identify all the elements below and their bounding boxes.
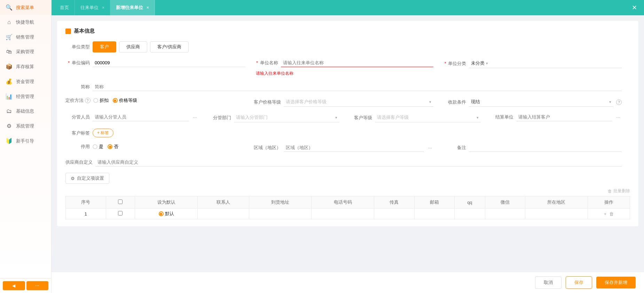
sidebar-item-sales[interactable]: 🛒 销售管理 bbox=[0, 30, 51, 44]
tab-home[interactable]: 首页 bbox=[54, 0, 75, 15]
unit-name-input[interactable] bbox=[281, 59, 434, 67]
remark-field: 备注 bbox=[442, 144, 630, 152]
custom-setting-button[interactable]: ⚙ 自定义项设置 bbox=[65, 173, 109, 184]
row-region bbox=[525, 209, 588, 219]
sidebar-item-basic[interactable]: 🗂 基础信息 bbox=[0, 104, 51, 119]
tab-new-partner[interactable]: 新增往来单位 × bbox=[110, 0, 155, 15]
sidebar-item-finance[interactable]: 💰 资金管理 bbox=[0, 74, 51, 89]
tab-new-partner-close[interactable]: × bbox=[147, 5, 149, 10]
save-new-button[interactable]: 保存并新增 bbox=[596, 277, 636, 288]
department-select[interactable]: 请输入分管部门 ▾ bbox=[234, 113, 340, 122]
sidebar-item-label: 经营管理 bbox=[16, 93, 34, 100]
window-close-button[interactable]: ✕ bbox=[628, 4, 641, 11]
manager-label: 分管人员 bbox=[65, 114, 90, 120]
payment-terms-select[interactable]: 现结 ▾ bbox=[469, 97, 613, 107]
unit-type-group: 客户 供应商 客户/供应商 bbox=[93, 41, 189, 52]
expand-button[interactable]: ◀ bbox=[3, 281, 25, 290]
customer-level-select[interactable]: 请选择客户等级 ▾ bbox=[375, 113, 481, 122]
short-name-input[interactable] bbox=[93, 83, 622, 91]
batch-delete-area[interactable]: 🗑 批量删除 bbox=[65, 188, 630, 194]
yes-label: 是 bbox=[99, 144, 103, 150]
remark-input[interactable] bbox=[469, 144, 622, 152]
unit-category-select[interactable]: 未分类 ▾ bbox=[469, 59, 622, 68]
sidebar-item-search[interactable]: 🔍 搜索菜单 bbox=[0, 0, 51, 15]
sidebar-item-quicknav[interactable]: ⌂ 快捷导航 bbox=[0, 15, 51, 30]
delete-row-button[interactable]: 🗑 bbox=[609, 211, 614, 217]
supplier-custom-field: 供应商自定义 bbox=[65, 158, 630, 166]
unit-btn-customer[interactable]: 客户 bbox=[93, 41, 116, 52]
row-contact bbox=[197, 209, 249, 219]
settlement-unit-field: 结算单位 ··· bbox=[489, 113, 630, 121]
settlement-more-button[interactable]: ··· bbox=[615, 114, 622, 120]
sidebar-item-inventory[interactable]: 📦 库存核算 bbox=[0, 59, 51, 74]
chevron-down-icon5: ▾ bbox=[477, 115, 479, 120]
radio-discount-label: 折扣 bbox=[100, 97, 109, 104]
customer-level-label: 客户等级 bbox=[348, 115, 372, 121]
bag-icon: 🛍 bbox=[6, 49, 13, 55]
unit-type-field: 单位类型 客户 供应商 客户/供应商 bbox=[65, 41, 630, 52]
help-icon[interactable]: ? bbox=[85, 98, 91, 103]
row-checkbox-cell[interactable] bbox=[106, 209, 135, 219]
sidebar-item-operations[interactable]: 📊 经营管理 bbox=[0, 89, 51, 104]
required-star3: * bbox=[445, 61, 446, 66]
col-wechat: 微信 bbox=[485, 196, 525, 209]
col-default: 设为默认 bbox=[135, 196, 198, 209]
short-name-label: 简称 bbox=[65, 84, 90, 90]
customer-price-level-select[interactable]: 请选择客户价格等级 ▾ bbox=[284, 97, 434, 107]
radio-level-label: 价格等级 bbox=[119, 97, 137, 104]
col-action: 操作 bbox=[588, 196, 630, 209]
chevron-down-icon4: ▾ bbox=[335, 115, 337, 120]
customer-tag-row: 客户标签 + 标签 bbox=[65, 129, 630, 137]
supplier-custom-label: 供应商自定义 bbox=[65, 159, 93, 165]
sidebar-item-newbie[interactable]: 🔰 新手引导 bbox=[0, 133, 51, 148]
menu-extra-button[interactable]: ⋯ bbox=[26, 281, 49, 290]
unit-btn-supplier[interactable]: 供应商 bbox=[119, 41, 147, 52]
disable-region-row: 停用 是 否 区域（地区） bbox=[65, 144, 630, 152]
supplier-custom-input[interactable] bbox=[95, 158, 622, 166]
tab-partners-close[interactable]: × bbox=[102, 5, 104, 10]
region-more-button[interactable]: ··· bbox=[427, 145, 434, 150]
save-button[interactable]: 保存 bbox=[566, 276, 592, 289]
unit-btn-both[interactable]: 客户/供应商 bbox=[150, 41, 189, 52]
contacts-table: 序号 设为默认 联系人 到货地址 电话号码 传真 邮箱 qq 微信 所在地区 操… bbox=[65, 196, 630, 219]
radio-level[interactable]: 价格等级 bbox=[113, 97, 137, 104]
row-default: 默认 bbox=[135, 209, 198, 219]
add-row-button[interactable]: + bbox=[604, 211, 607, 217]
pricing-row: 定价方法 ? 折扣 价格等级 bbox=[65, 97, 630, 107]
basic-info-card: 基本信息 单位类型 客户 供应商 客户/供应商 * bbox=[57, 21, 638, 226]
region-input[interactable] bbox=[284, 144, 424, 152]
unit-code-input[interactable] bbox=[93, 59, 245, 67]
radio-discount[interactable]: 折扣 bbox=[93, 97, 109, 104]
manager-input[interactable] bbox=[93, 113, 189, 121]
table-header-row: 序号 设为默认 联系人 到货地址 电话号码 传真 邮箱 qq 微信 所在地区 操… bbox=[66, 196, 630, 209]
shortname-row: 简称 bbox=[65, 83, 630, 91]
cancel-button[interactable]: 取消 bbox=[535, 276, 561, 289]
sidebar-item-system[interactable]: ⚙ 系统管理 bbox=[0, 119, 51, 133]
default-radio[interactable]: 默认 bbox=[139, 211, 194, 217]
sidebar-item-label: 新手引导 bbox=[16, 138, 34, 144]
sidebar-item-purchase[interactable]: 🛍 采购管理 bbox=[0, 44, 51, 59]
radio-no[interactable]: 否 bbox=[108, 144, 118, 150]
add-tag-button[interactable]: + 标签 bbox=[93, 129, 113, 137]
settlement-unit-input[interactable] bbox=[516, 113, 612, 121]
required-star2: * bbox=[256, 60, 258, 65]
trash-icon: 🗑 bbox=[608, 189, 612, 194]
col-fax: 传真 bbox=[374, 196, 414, 209]
col-phone: 电话号码 bbox=[312, 196, 374, 209]
manager-more-button[interactable]: ··· bbox=[191, 114, 198, 120]
pricing-method-field: 定价方法 ? 折扣 价格等级 bbox=[65, 97, 254, 104]
select-all-checkbox[interactable] bbox=[118, 200, 123, 204]
col-contact: 联系人 bbox=[197, 196, 249, 209]
gear-small-icon: ⚙ bbox=[71, 176, 75, 181]
row-checkbox[interactable] bbox=[118, 211, 123, 215]
form-content: 基本信息 单位类型 客户 供应商 客户/供应商 * bbox=[52, 15, 644, 272]
tab-bar: 首页 往来单位 × 新增往来单位 × ✕ bbox=[52, 0, 644, 15]
radio-yes[interactable]: 是 bbox=[93, 144, 103, 150]
manager-field: 分管人员 ··· bbox=[65, 113, 207, 121]
row-email bbox=[414, 209, 455, 219]
customer-level-placeholder: 请选择客户等级 bbox=[377, 114, 475, 121]
tab-new-partner-label: 新增往来单位 bbox=[116, 5, 143, 11]
help-icon2[interactable]: ? bbox=[616, 99, 622, 105]
tab-partners[interactable]: 往来单位 × bbox=[75, 0, 110, 15]
tab-home-label: 首页 bbox=[60, 5, 69, 11]
